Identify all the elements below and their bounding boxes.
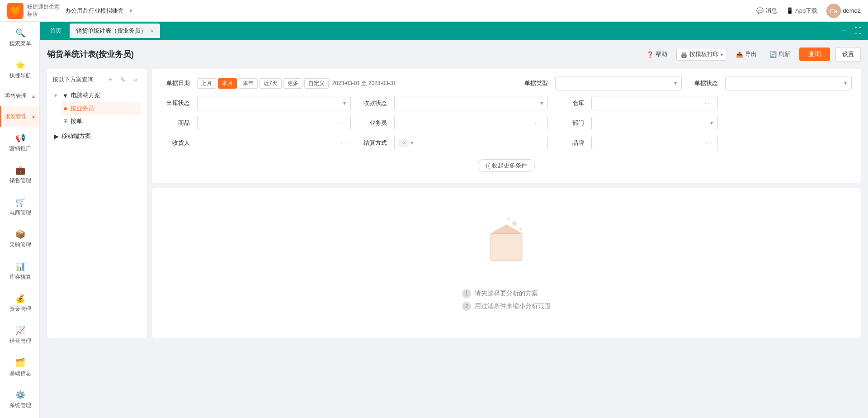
payment-arrow (540, 100, 543, 106)
sales-icon: 💼 (15, 165, 25, 175)
outbound-label: 出库状态 (161, 99, 190, 107)
inventory-icon: 📊 (15, 261, 25, 271)
print-icon: 🖨️ (680, 51, 688, 58)
help-btn[interactable]: ❓ 帮助 (643, 48, 671, 60)
business-icon: 📈 (15, 326, 25, 336)
tree-mobile-section[interactable]: ▶ 移动端方案 (52, 129, 141, 143)
product-select[interactable]: ··· (197, 116, 351, 130)
sidebar-item-purchase[interactable]: 📦 采购管理 (0, 223, 39, 255)
department-label: 部门 (555, 119, 584, 127)
sidebar-item-retail[interactable]: 零售管理 ▲ (0, 86, 39, 106)
sidebar-item-basic[interactable]: 🗂️ 基础信息 (0, 352, 39, 384)
add-scheme-btn[interactable]: ＋ (105, 74, 116, 85)
tab-close-icon[interactable]: × (150, 28, 154, 34)
collapse-btn[interactable]: ⟨⟨ 收起更多条件 (478, 159, 535, 172)
sidebar-item-ecom[interactable]: 🛒 电商管理 (0, 191, 39, 223)
tree-salesperson-item[interactable]: ● 按业务员 (61, 102, 141, 115)
this-month-btn[interactable]: 本月 (218, 78, 237, 89)
sidebar-item-search[interactable]: 🔍 搜索菜单 (0, 22, 39, 54)
expand-icon: ⛶ (854, 27, 862, 35)
sidebar-item-inventory[interactable]: 📊 库存核算 (0, 255, 39, 287)
date-label: 单据日期 (161, 79, 190, 87)
empty-tip-2: 2 用过滤条件来缩小分析范围 (462, 302, 551, 311)
doc-type-label: 单据类型 (519, 79, 548, 87)
filter-row-3: 商品 ··· 业务员 ··· 部门 (161, 116, 852, 130)
wholesale-arrow: ▲ (31, 114, 36, 119)
page-wrapper: 销货单统计表(按业务员) ❓ 帮助 🖨️ 按模板打印 ▾ 📤 (40, 40, 868, 418)
messages-btn[interactable]: 💬 消息 (756, 7, 777, 15)
doc-type-select[interactable] (555, 76, 682, 90)
last7-btn[interactable]: 近7天 (259, 78, 282, 89)
doc-status-arrow (844, 80, 847, 86)
svg-point-7 (519, 228, 522, 230)
outbound-arrow (343, 100, 346, 106)
sidebar-item-business[interactable]: 📈 经营管理 (0, 319, 39, 352)
top-header: 🧡 畅捷通好生意 标版 办公用品行业模拟账套 ▾ 💬 消息 📱 App下载 Ea (0, 0, 868, 22)
more-btn[interactable]: 更多 (283, 78, 302, 89)
sidebar-item-finance[interactable]: 💰 资金管理 (0, 287, 39, 319)
export-btn[interactable]: 📤 导出 (732, 48, 760, 60)
query-btn[interactable]: 查询 (799, 48, 830, 61)
template-print-btn[interactable]: 🖨️ 按模板打印 ▾ (676, 48, 727, 61)
custom-btn[interactable]: 自定义 (304, 78, 329, 89)
department-select[interactable] (591, 116, 718, 130)
mobile-expand-icon: ▶ (54, 133, 59, 140)
user-menu[interactable]: Ea demo2 (826, 4, 861, 18)
tab-home[interactable]: 首页 (43, 24, 68, 38)
salesperson-select[interactable]: ··· (394, 116, 548, 130)
logo-text: 畅捷通好生意 标版 (27, 4, 60, 18)
brand-select[interactable]: ··· (591, 136, 718, 150)
filter-row-4: 收货人 ··· 结算方式 × (161, 136, 852, 150)
sidebar-item-system[interactable]: ⚙️ 系统管理 (0, 384, 39, 416)
payment-label: 收款状态 (358, 99, 387, 107)
sidebar-item-nav[interactable]: ⭐ 快捷导航 (0, 54, 39, 86)
system-name: 办公用品行业模拟账套 (65, 7, 124, 15)
recipient-label: 收货人 (161, 139, 190, 147)
recipient-input[interactable]: ··· (197, 136, 351, 150)
tab-sales-stats[interactable]: 销货单统计表（按业务员） × (70, 24, 160, 38)
print-arrow-icon: ▾ (721, 52, 723, 57)
main-content-row: 按以下方案查询 ＋ ✎ « ▼ 电脑端方案 (47, 69, 861, 338)
svg-rect-2 (491, 233, 522, 261)
collapse-icon: ⟨⟨ (486, 162, 490, 169)
doc-status-select[interactable] (725, 76, 852, 90)
this-year-btn[interactable]: 本年 (239, 78, 258, 89)
refresh-btn[interactable]: 🔄 刷新 (766, 48, 794, 60)
sidebar-item-marketing[interactable]: 📢 营销推广 (0, 127, 39, 159)
user-name: demo2 (843, 7, 861, 14)
settlement-select[interactable]: × (394, 136, 548, 150)
tree-pc-section[interactable]: ▼ 电脑端方案 (52, 89, 141, 102)
settlement-tag-close[interactable]: × (403, 140, 406, 146)
outbound-select[interactable] (197, 96, 351, 110)
app-download-btn[interactable]: 📱 App下载 (786, 7, 817, 15)
basic-icon: 🗂️ (15, 358, 25, 368)
system-dropdown[interactable]: ▾ (129, 7, 132, 14)
main-layout: 🔍 搜索菜单 ⭐ 快捷导航 零售管理 ▲ 批发管理 ▲ 📢 营销推广 💼 销售管… (0, 22, 868, 418)
settings-btn[interactable]: 设置 (835, 47, 861, 62)
page-content: 销货单统计表(按业务员) ❓ 帮助 🖨️ 按模板打印 ▾ 📤 (40, 40, 868, 418)
search-icon: 🔍 (15, 28, 25, 38)
warehouse-select[interactable]: ··· (591, 96, 718, 110)
sidebar-item-sales[interactable]: 💼 销售管理 (0, 159, 39, 191)
tab-expand-btn[interactable]: ⛶ (852, 24, 864, 37)
finance-icon: 💰 (15, 294, 25, 304)
payment-select[interactable] (394, 96, 548, 110)
tree-pc-children: ● 按业务员 ⊞ 按单 (52, 102, 141, 128)
tree-bybill-item[interactable]: ⊞ 按单 (61, 115, 141, 128)
tab-minimize-btn[interactable]: ─ (837, 24, 850, 37)
last-month-btn[interactable]: 上月 (197, 78, 216, 89)
sidebar: 🔍 搜索菜单 ⭐ 快捷导航 零售管理 ▲ 批发管理 ▲ 📢 营销推广 💼 销售管… (0, 22, 40, 418)
mobile-icon: 📱 (786, 7, 793, 14)
logo-area: 🧡 畅捷通好生意 标版 (7, 3, 60, 19)
minimize-icon: ─ (841, 27, 846, 35)
salesperson-active-icon: ● (63, 104, 68, 113)
logo-icon: 🧡 (7, 3, 24, 19)
collapse-panel-btn[interactable]: « (130, 74, 141, 85)
sidebar-item-collab[interactable]: 🤝 企业协同 (0, 416, 39, 418)
sidebar-item-wholesale[interactable]: 批发管理 ▲ (0, 106, 39, 127)
doc-type-arrow (674, 80, 677, 86)
filter-section: 单据日期 上月 本月 本年 近7天 更多 自定义 (152, 69, 861, 183)
recipient-dots: ··· (340, 139, 349, 147)
svg-text:Ea: Ea (830, 8, 838, 14)
edit-scheme-btn[interactable]: ✎ (118, 74, 128, 85)
